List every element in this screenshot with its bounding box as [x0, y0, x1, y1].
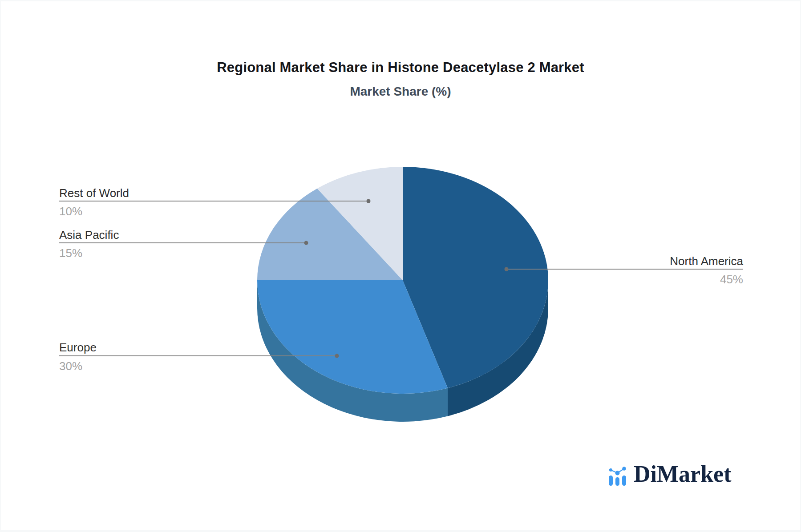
slice-percent-rest-of-world: 10% [59, 205, 82, 218]
slice-name-europe: Europe [59, 341, 97, 354]
slice-percent-europe: 30% [59, 359, 82, 373]
slice-name-asia-pacific: Asia Pacific [59, 228, 119, 242]
bottom-edge-divider [0, 530, 801, 532]
slice-name-rest-of-world: Rest of World [59, 186, 129, 200]
leader-dot-north-america [505, 267, 509, 271]
slice-percent-asia-pacific: 15% [59, 246, 82, 260]
leader-dot-europe [335, 354, 339, 358]
bar-chart-icon [607, 465, 628, 488]
slice-name-north-america: North America [670, 254, 743, 268]
logo-text: DiMarket [634, 463, 731, 486]
slice-percent-north-america: 45% [720, 273, 743, 286]
leader-dot-asia-pacific [304, 241, 308, 245]
chart-page: Regional Market Share in Histone Deacety… [0, 0, 801, 532]
leader-dot-rest-of-world [367, 199, 371, 203]
